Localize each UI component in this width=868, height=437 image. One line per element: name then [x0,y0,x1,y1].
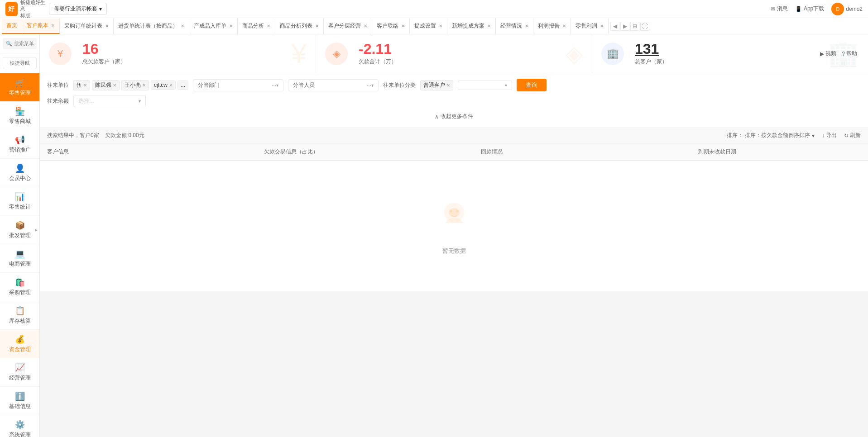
stat-debt-amount: ◈ -2.11 欠款合计（万） ◈ [316,34,592,73]
category-tag-normal: 普通客户 ✕ [420,80,453,90]
close-tab-new-raise-plan[interactable]: ✕ [487,24,491,28]
logo-icon: 好 [5,2,18,16]
sidebar-item-member-center[interactable]: 👤 会员中心 [0,159,39,187]
chevron-down-icon: ▾ [99,6,102,12]
remove-tag-chen[interactable]: ✕ [113,83,116,88]
unit-tag-more[interactable]: ... [177,81,188,90]
sidebar-item-purchase-mgmt[interactable]: 🛍️ 采购管理 [0,273,39,301]
close-tab-goods-analysis-list[interactable]: ✕ [315,24,319,28]
tab-business-status[interactable]: 经营情况 ✕ [496,19,533,34]
person-chevron-icon: ▾ [371,83,374,88]
refresh-icon: ↻ [844,133,849,139]
shop-icon: 🏪 [15,106,25,116]
export-button[interactable]: ↑ 导出 [822,132,837,139]
debt-amount-label: 欠款合计（万） [359,58,397,66]
stat-icon-total: 🏢 [601,43,624,65]
user-avatar-button[interactable]: D demo2 [831,3,863,15]
nav-expand-button[interactable]: ⊟ [630,22,639,31]
category-select-expand[interactable]: ▾ [458,81,512,90]
sidebar-item-retail-shop[interactable]: 🏪 零售商城 [0,102,39,130]
query-button[interactable]: 查询 [517,79,547,91]
tab-goods-analysis-list[interactable]: 商品分析列表 ✕ [275,19,324,34]
fast-nav-area: 快捷导航 [0,53,39,73]
close-tab-raise-settings[interactable]: ✕ [439,24,442,28]
tab-inbound-stats[interactable]: 进货单统计表（按商品） ✕ [114,19,189,34]
close-tab-product-inbound[interactable]: ✕ [229,24,233,28]
nav-fullscreen-button[interactable]: ⛶ [640,22,649,31]
results-actions: 排序： 排序：按欠款金额倒序排序 ▾ ↑ 导出 ↻ 刷新 [727,132,861,139]
tab-home[interactable]: 首页 [2,19,22,34]
empty-state: 暂无数据 [40,161,868,291]
tab-new-raise-plan[interactable]: 新增提成方案 ✕ [447,19,496,34]
message-button[interactable]: ✉ 消息 [771,5,788,13]
total-customers-number: 131 [635,42,667,56]
tab-raise-settings[interactable]: 提成设置 ✕ [410,19,447,34]
finance-icon: 💰 [15,334,25,344]
search-menu-button[interactable]: 🔍 搜索菜单 [3,38,37,49]
wholesale-icon: 📦 [15,220,25,230]
sidebar-item-inventory-check[interactable]: 📋 库存核算 [0,301,39,330]
tab-customer-cost[interactable]: 客户账本 ✕ [22,19,60,34]
sidebar-item-wholesale-mgmt[interactable]: 📦 批发管理 [0,216,39,244]
filter-row-2: 往来余额 选择... ▾ [47,95,861,107]
tab-customer-contact[interactable]: 客户联络 ✕ [372,19,410,34]
remove-tag-wu[interactable]: ✕ [83,83,87,88]
fast-nav-button[interactable]: 快捷导航 [3,57,37,69]
dept-chevron-icon: ▾ [276,83,278,88]
sidebar-item-ecommerce-mgmt[interactable]: 💻 电商管理 [0,244,39,273]
close-tab-customer-contact[interactable]: ✕ [401,24,405,28]
tab-profit-report[interactable]: 利润报告 ✕ [533,19,571,34]
collapse-icon: ∧ [435,114,439,120]
close-tab-customer-segment[interactable]: ✕ [364,24,367,28]
person-select[interactable]: 分管人员 ··· ▾ [288,79,379,91]
tab-retail-profit[interactable]: 零售利润 ✕ [571,19,609,34]
tab-product-inbound[interactable]: 产成品入库单 ✕ [189,19,238,34]
close-tab-retail-profit[interactable]: ✕ [600,24,604,28]
tab-goods-analysis[interactable]: 商品分析 ✕ [238,19,275,34]
close-tab-customer-cost[interactable]: ✕ [51,23,55,28]
close-tab-business-status[interactable]: ✕ [525,24,528,28]
unit-tag-chen: 陈民强 ✕ [92,80,120,90]
sort-selector[interactable]: 排序： 排序：按欠款金额倒序排序 ▾ [727,132,815,139]
sidebar-item-marketing[interactable]: 📢 营销推广 [0,130,39,159]
tab-purchase-order[interactable]: 采购订单统计表 ✕ [60,19,114,34]
close-tab-goods-analysis[interactable]: ✕ [267,24,270,28]
nav-next-button[interactable]: ▶ [620,22,629,31]
tab-customer-segment[interactable]: 客户分层经营 ✕ [324,19,372,34]
refresh-button[interactable]: ↻ 刷新 [844,132,861,139]
avatar: D [831,3,844,15]
nav-prev-button[interactable]: ◀ [610,22,619,31]
sidebar-item-operations-mgmt[interactable]: 📈 经营管理 [0,358,39,387]
balance-select[interactable]: 选择... ▾ [73,95,146,107]
collapse-button[interactable]: ∧ 收起更多条件 [429,111,479,122]
sidebar-item-retail-mgmt[interactable]: 🛒 零售管理 [0,73,39,102]
sidebar-item-retail-stats[interactable]: 📊 零售统计 [0,187,39,216]
workspace-selector[interactable]: 母婴行业演示帐套 ▾ [49,3,107,15]
export-icon: ↑ [822,133,825,139]
table-area: 客户信息 欠款交易信息（占比） 回款情况 到期未收款日期 [40,143,868,291]
remove-tag-wang[interactable]: ✕ [142,83,146,88]
sidebar-item-finance-mgmt[interactable]: 💰 资金管理 [0,330,39,358]
dept-select[interactable]: 分管部门 ··· ▾ [193,79,283,91]
remove-tag-cjttcw[interactable]: ✕ [169,83,173,88]
info-icon: ℹ️ [15,391,25,401]
sort-chevron-icon: ▾ [812,133,815,139]
unit-filter-tags: 伍 ✕ 陈民强 ✕ 王小亮 ✕ cjttcw ✕ [73,80,188,90]
remove-tag-normal[interactable]: ✕ [446,83,450,88]
close-tab-inbound-stats[interactable]: ✕ [181,24,184,28]
purchase-icon: 🛍️ [15,277,25,287]
close-tab-profit-report[interactable]: ✕ [562,24,566,28]
balance-chevron-icon: ▾ [139,99,141,104]
category-filter-tags: 普通客户 ✕ [420,80,453,90]
stat-icon-amount: ◈ [325,43,348,65]
close-tab-purchase-order[interactable]: ✕ [105,24,109,28]
download-icon: 📱 [795,6,802,12]
stats-bar: ¥ 16 总欠款客户（家） ¥ ◈ -2.11 欠款合计（万） ◈ [40,34,868,73]
stat-bg-icon-2: ◈ [566,41,583,67]
app-download-button[interactable]: 📱 App下载 [795,5,824,13]
sidebar-item-system-mgmt[interactable]: ⚙️ 系统管理 [0,415,39,437]
operations-icon: 📈 [15,363,25,373]
sidebar-item-basic-info[interactable]: ℹ️ 基础信息 [0,387,39,415]
message-icon: ✉ [771,6,775,12]
marketing-icon: 📢 [15,135,25,145]
